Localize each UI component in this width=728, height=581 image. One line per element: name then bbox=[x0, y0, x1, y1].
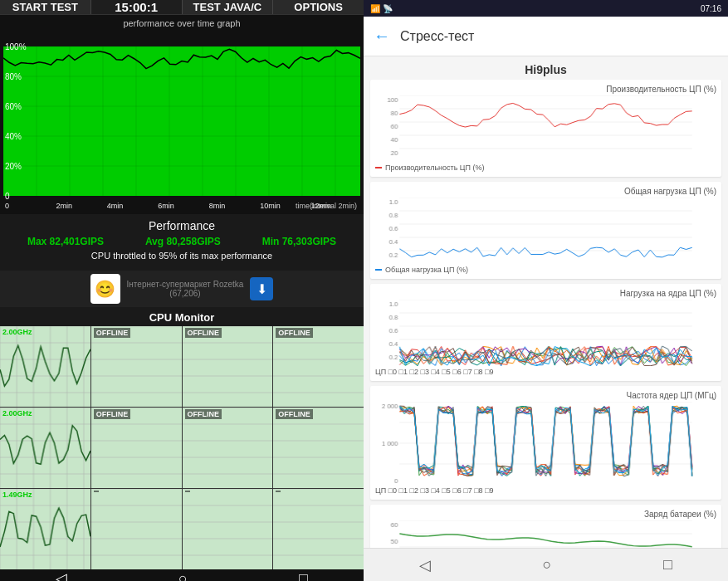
status-icons-right: 📶 📡 bbox=[370, 4, 393, 13]
options-button[interactable]: OPTIONS bbox=[273, 0, 364, 14]
graph-title: performance over time graph bbox=[3, 18, 360, 28]
chart-frequency-area bbox=[375, 402, 716, 485]
back-button[interactable]: ← bbox=[374, 27, 390, 46]
top-bar: START TEST 15:00:1 TEST JAVA/C OPTIONS bbox=[0, 0, 364, 15]
chart-load: Общая нагрузка ЦП (%) Общая нагрузка ЦП … bbox=[370, 182, 721, 279]
test-java-button[interactable]: TEST JAVA/C bbox=[183, 0, 274, 14]
chart-performance-area bbox=[375, 95, 716, 162]
right-top-bar: ← Стресс-тест bbox=[364, 17, 728, 56]
perf-throttle: CPU throttled to 95% of its max performa… bbox=[7, 251, 357, 261]
chart-cores-area bbox=[375, 300, 716, 366]
cpu-cell-5: OFFLINE bbox=[91, 408, 182, 488]
cpu-grid: 2.00GHzOFFLINEOFFLINEOFFLINE2.00GHzOFFLI… bbox=[0, 326, 364, 569]
cpu-cell-2: OFFLINE bbox=[183, 326, 273, 407]
cpu-cell-3: OFFLINE bbox=[273, 326, 364, 407]
performance-graph-container: performance over time graph bbox=[0, 15, 364, 214]
nav-home-right[interactable]: ○ bbox=[543, 556, 552, 574]
chart-load-title: Общая нагрузка ЦП (%) bbox=[375, 187, 716, 196]
nav-back-button[interactable]: ◁ bbox=[56, 569, 67, 581]
timer-display: 15:00:1 bbox=[91, 0, 183, 14]
nav-bar-left: ◁ ○ □ bbox=[0, 569, 364, 581]
store-icon: 😊 bbox=[90, 274, 120, 304]
chart-frequency-title: Частота ядер ЦП (МГц) bbox=[375, 391, 716, 400]
cpu-cell-7: OFFLINE bbox=[273, 408, 364, 488]
chart-battery: Заряд батареи (%) bbox=[370, 505, 721, 548]
nav-back-right[interactable]: ◁ bbox=[419, 556, 431, 574]
store-banner[interactable]: 😊 Інтернет-супермаркет Rozetka (67,206) … bbox=[0, 271, 364, 307]
performance-canvas bbox=[3, 30, 360, 212]
chart-performance-canvas bbox=[375, 95, 716, 162]
time-right: 07:16 bbox=[701, 4, 721, 13]
cpu-cell-8: 1.49GHz bbox=[0, 489, 90, 569]
chart-performance: Производительность ЦП (%) Производительн… bbox=[370, 80, 721, 177]
cpu-monitor-title: CPU Monitor bbox=[0, 309, 364, 326]
device-name: Hi9plus bbox=[370, 63, 721, 76]
chart-cores-title: Нагрузка на ядра ЦП (%) bbox=[375, 289, 716, 298]
right-content: Hi9plus Производительность ЦП (%) Произв… bbox=[364, 56, 728, 548]
chart-frequency-canvas bbox=[375, 402, 716, 485]
chart-battery-canvas bbox=[375, 520, 716, 548]
perf-values: Max 82,401GIPS Avg 80,258GIPS Min 76,303… bbox=[7, 236, 357, 247]
nav-recent-right[interactable]: □ bbox=[663, 556, 672, 574]
right-title: Стресс-тест bbox=[400, 29, 474, 44]
chart-load-legend: Общая нагрузка ЦП (%) bbox=[375, 266, 716, 274]
chart-frequency-legend: ЦП □0 □1 □2 □3 □4 □5 □6 □7 □8 □9 bbox=[375, 486, 716, 495]
cpu-cell-11 bbox=[273, 489, 364, 569]
nav-recent-button[interactable]: □ bbox=[299, 570, 308, 582]
right-panel: 📶 📡 07:16 ← Стресс-тест Hi9plus Производ… bbox=[364, 0, 728, 581]
store-download-button[interactable]: ⬇ bbox=[250, 277, 273, 300]
chart-cores-canvas bbox=[375, 300, 716, 366]
chart-cores-legend: ЦП □0 □1 □2 □3 □4 □5 □6 □7 □8 □9 bbox=[375, 368, 716, 376]
chart-battery-title: Заряд батареи (%) bbox=[375, 510, 716, 519]
chart-load-area bbox=[375, 198, 716, 264]
chart-battery-area bbox=[375, 520, 716, 548]
chart-performance-legend: Производительность ЦП (%) bbox=[375, 164, 716, 172]
chart-performance-title: Производительность ЦП (%) bbox=[375, 85, 716, 94]
cpu-cell-10 bbox=[183, 489, 273, 569]
cpu-cell-4: 2.00GHz bbox=[0, 408, 90, 488]
nav-home-button[interactable]: ○ bbox=[178, 570, 188, 582]
chart-load-canvas bbox=[375, 198, 716, 264]
cpu-cell-6: OFFLINE bbox=[183, 408, 273, 488]
perf-title: Performance bbox=[7, 219, 357, 232]
performance-stats: Performance Max 82,401GIPS Avg 80,258GIP… bbox=[0, 214, 364, 271]
start-test-button[interactable]: START TEST bbox=[0, 0, 91, 14]
cpu-cell-1: OFFLINE bbox=[91, 326, 182, 407]
perf-max: Max 82,401GIPS bbox=[27, 236, 104, 247]
chart-frequency: Частота ядер ЦП (МГц) ЦП □0 □1 □2 □3 □4 … bbox=[370, 386, 721, 500]
nav-bar-right: ◁ ○ □ bbox=[364, 548, 728, 581]
perf-min: Min 76,303GIPS bbox=[262, 236, 336, 247]
status-bar-right: 📶 📡 07:16 bbox=[364, 0, 728, 17]
perf-avg: Avg 80,258GIPS bbox=[145, 236, 221, 247]
store-text: Інтернет-супермаркет Rozetka (67,206) bbox=[127, 280, 244, 298]
cpu-cell-0: 2.00GHz bbox=[0, 326, 90, 407]
chart-cores: Нагрузка на ядра ЦП (%) ЦП □0 □1 □2 □3 □… bbox=[370, 284, 721, 381]
left-panel: START TEST 15:00:1 TEST JAVA/C OPTIONS p… bbox=[0, 0, 364, 581]
cpu-cell-9 bbox=[91, 489, 182, 569]
